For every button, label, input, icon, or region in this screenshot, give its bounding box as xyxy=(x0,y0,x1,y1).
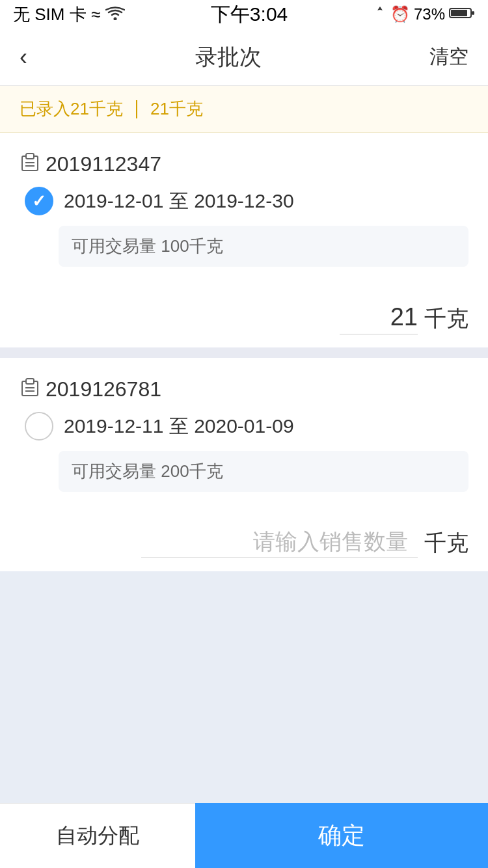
batch-id-row-1: 2019112347 xyxy=(20,152,468,176)
batch-date-1: 2019-12-01 至 2019-12-30 xyxy=(64,188,294,215)
wifi-icon xyxy=(105,5,125,25)
input-unit-2: 千克 xyxy=(424,528,468,558)
status-left: 无 SIM 卡 ≈ xyxy=(13,3,125,26)
page-title: 录批次 xyxy=(195,42,262,72)
battery-text: 73% xyxy=(414,5,445,23)
batch-icon-2 xyxy=(20,377,40,401)
radio-1[interactable] xyxy=(25,187,53,215)
alarm-icon: ⏰ xyxy=(390,5,410,23)
batch-id-1: 2019112347 xyxy=(46,152,161,176)
info-banner: 已录入21千克 21千克 xyxy=(0,86,488,133)
quantity-unit-1: 千克 xyxy=(424,304,468,334)
avail-box-1: 可用交易量 100千克 xyxy=(59,226,468,267)
batch-date-row-2[interactable]: 2019-12-11 至 2020-01-09 xyxy=(20,412,468,441)
radio-2[interactable] xyxy=(25,412,53,441)
status-right: ⏰ 73% xyxy=(373,5,475,23)
no-sim-text: 无 SIM 卡 ≈ xyxy=(13,3,100,26)
quantity-value-1: 21 xyxy=(390,303,418,331)
recorded-label: 已录入21千克 xyxy=(20,98,123,120)
quantity-display-1: 21 xyxy=(340,303,418,334)
banner-divider xyxy=(136,100,137,118)
svg-rect-2 xyxy=(451,10,467,16)
batch-date-row-1[interactable]: 2019-12-01 至 2019-12-30 xyxy=(20,187,468,215)
clear-button[interactable]: 清空 xyxy=(429,44,468,70)
batch-card-1: 2019112347 2019-12-01 至 2019-12-30 可用交易量… xyxy=(0,133,488,347)
svg-rect-9 xyxy=(26,379,34,384)
main-content: 已录入21千克 21千克 2019112347 2019-12-01 至 2 xyxy=(0,86,488,868)
batch-icon-1 xyxy=(20,152,40,176)
auto-distribute-button[interactable]: 自动分配 xyxy=(0,803,195,868)
status-time: 下午3:04 xyxy=(211,1,288,28)
input-row-2[interactable]: 千克 xyxy=(0,515,488,571)
batch-card-2: 2019126781 2019-12-11 至 2020-01-09 可用交易量… xyxy=(0,358,488,571)
location-icon xyxy=(373,5,386,23)
battery-icon xyxy=(449,5,475,23)
confirm-button[interactable]: 确定 xyxy=(195,803,488,868)
back-button[interactable]: ‹ xyxy=(20,44,27,71)
batch-date-2: 2019-12-11 至 2020-01-09 xyxy=(64,413,294,440)
quantity-input-2[interactable] xyxy=(141,529,418,558)
quantity-row-1: 21 千克 xyxy=(0,290,488,347)
bottom-bar: 自动分配 确定 xyxy=(0,803,488,868)
batch-id-2: 2019126781 xyxy=(46,377,161,401)
recorded-value: 21千克 xyxy=(150,98,203,120)
nav-bar: ‹ 录批次 清空 xyxy=(0,29,488,86)
batch-id-row-2: 2019126781 xyxy=(20,377,468,401)
svg-rect-3 xyxy=(472,11,474,15)
status-bar: 无 SIM 卡 ≈ 下午3:04 ⏰ 73% xyxy=(0,0,488,29)
separator-1 xyxy=(0,347,488,358)
svg-rect-5 xyxy=(26,154,34,159)
svg-point-0 xyxy=(114,17,117,20)
avail-box-2: 可用交易量 200千克 xyxy=(59,451,468,492)
